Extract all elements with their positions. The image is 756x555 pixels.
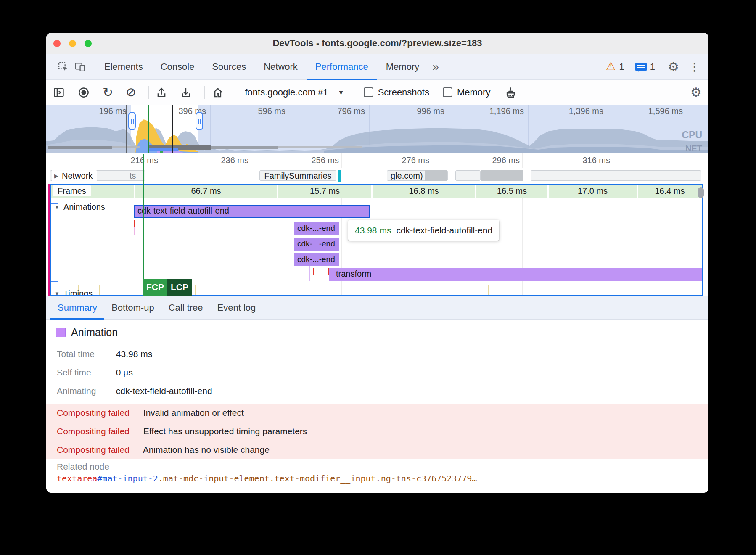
reload-and-record-icon[interactable]: ↻ <box>103 86 113 99</box>
total-time-label: Total time <box>57 349 114 359</box>
screenshots-checkbox[interactable] <box>364 87 373 97</box>
warning-count: 1 <box>619 61 624 72</box>
timing-tick <box>488 285 489 295</box>
fcp-marker-line <box>143 154 144 279</box>
collapse-triangle-icon[interactable]: ▼ <box>54 204 60 210</box>
net-request-bar <box>211 146 278 149</box>
ruler-tick <box>251 153 251 168</box>
animating-value: cdk-text-field-autofill-end <box>116 386 212 396</box>
failure-label: Compositing failed <box>57 422 141 441</box>
node-id[interactable]: #mat-input-2 <box>97 473 158 484</box>
event-tick-pink <box>134 227 135 235</box>
animating-label: Animating <box>57 386 114 396</box>
overview-tick: 196 ms <box>63 106 127 116</box>
upload-profile-icon[interactable] <box>156 87 167 98</box>
collapse-triangle-icon[interactable]: ▼ <box>54 291 60 296</box>
window-title: DevTools - fonts.google.com/?preview.siz… <box>46 33 708 54</box>
selection-handle-right[interactable] <box>196 112 203 130</box>
toggle-sidebar-icon[interactable] <box>53 87 65 98</box>
clear-recording-icon[interactable]: ⊘ <box>126 86 136 98</box>
profile-select-caret-icon[interactable]: ▾ <box>339 88 343 97</box>
failure-row: Compositing failed Animation has no visi… <box>46 441 708 459</box>
collect-garbage-icon[interactable] <box>504 86 516 99</box>
frames-track[interactable]: 66.7 ms 15.7 ms 16.8 ms 16.5 ms 17.0 ms … <box>51 185 702 198</box>
inspect-element-icon[interactable] <box>55 58 71 75</box>
close-window-button[interactable] <box>53 40 61 47</box>
request-transfer-block <box>425 170 447 181</box>
device-toolbar-icon[interactable] <box>71 58 88 75</box>
fcp-badge[interactable]: FCP <box>143 279 167 296</box>
tab-console[interactable]: Console <box>152 54 204 80</box>
failure-row: Compositing failed Effect has unsupporte… <box>46 422 708 441</box>
node-classes[interactable]: .mat-mdc-input-element.text-modifier__in… <box>158 473 477 484</box>
frame-duration: 16.8 ms <box>373 185 475 198</box>
transform-animation-bar[interactable]: transform <box>329 268 702 281</box>
network-track-header[interactable]: ▶ Network <box>52 170 97 182</box>
selection-handle-left[interactable] <box>128 112 136 130</box>
tab-performance[interactable]: Performance <box>307 54 377 80</box>
more-tabs-icon[interactable]: » <box>428 60 443 74</box>
tab-call-tree[interactable]: Call tree <box>161 296 210 320</box>
divider <box>681 86 681 99</box>
lcp-badge[interactable]: LCP <box>167 279 192 296</box>
ruler-label: 276 ms <box>379 156 429 165</box>
memory-label: Memory <box>457 87 490 98</box>
tab-bottom-up[interactable]: Bottom-up <box>104 296 161 320</box>
home-live-metrics-icon[interactable] <box>211 86 224 99</box>
capture-settings-gear-icon[interactable]: ⚙ <box>690 86 702 99</box>
record-icon[interactable] <box>77 86 90 99</box>
animation-bar-selected[interactable]: cdk-text-field-autofill-end <box>134 205 370 218</box>
self-time-row: Self time 0 µs <box>57 367 133 378</box>
ruler-label: 296 ms <box>469 156 520 165</box>
timing-tick <box>195 285 196 295</box>
zoom-window-button[interactable] <box>85 40 92 47</box>
frame-duration: 16.4 ms <box>638 185 702 198</box>
network-request-pill[interactable] <box>531 170 701 181</box>
timings-track-header[interactable]: ▼ Timings <box>54 289 93 296</box>
message-count: 1 <box>650 61 655 72</box>
animation-bar[interactable]: cdk-...-end <box>294 238 339 251</box>
memory-checkbox[interactable] <box>443 87 452 97</box>
animations-track-header[interactable]: ▼ Animations <box>54 202 105 212</box>
ruler-tick <box>341 153 342 168</box>
network-request-pill[interactable] <box>455 170 481 181</box>
profile-select[interactable]: fonts.google.com #1 <box>245 87 328 98</box>
detail-ruler: 216 ms 236 ms 256 ms 276 ms 296 ms 316 m… <box>46 153 708 168</box>
animating-row: Animating cdk-text-field-autofill-end <box>57 386 212 396</box>
total-time-row: Total time 43.98 ms <box>57 349 152 359</box>
request-transfer-block <box>481 170 523 181</box>
ruler-tick <box>522 153 523 168</box>
related-node-link[interactable]: textarea#mat-input-2.mat-mdc-input-eleme… <box>57 473 477 484</box>
ruler-label: 236 ms <box>198 156 248 165</box>
timeline-overview[interactable]: 196 ms 396 ms 596 ms 796 ms 996 ms 1,196… <box>46 105 708 154</box>
tab-event-log[interactable]: Event log <box>210 296 263 320</box>
title-bar: DevTools - fonts.google.com/?preview.siz… <box>46 33 708 54</box>
devtools-settings-gear-icon[interactable]: ⚙ <box>668 61 679 73</box>
memory-checkbox-group[interactable]: Memory <box>443 87 490 98</box>
tab-elements[interactable]: Elements <box>95 54 152 80</box>
warning-icon[interactable]: ⚠ <box>605 61 616 72</box>
tab-sources[interactable]: Sources <box>203 54 255 80</box>
net-request-bar <box>112 146 140 148</box>
failure-reason: Animation has no visible change <box>143 445 270 455</box>
download-profile-icon[interactable] <box>180 87 192 98</box>
issues-message-icon[interactable] <box>635 63 647 71</box>
net-request-bar <box>48 146 112 149</box>
expand-triangle-icon[interactable]: ▶ <box>54 173 58 179</box>
minimize-window-button[interactable] <box>69 40 76 47</box>
screenshots-checkbox-group[interactable]: Screenshots <box>364 87 429 98</box>
failure-row: Compositing failed Invalid animation or … <box>46 404 708 422</box>
ruler-label: 256 ms <box>288 156 339 165</box>
vertical-scrollbar-thumb[interactable] <box>698 187 704 198</box>
tab-network[interactable]: Network <box>255 54 307 80</box>
animation-bar[interactable]: cdk-...-end <box>294 253 339 266</box>
websocket-tick <box>338 170 341 182</box>
tooltip-name: cdk-text-field-autofill-end <box>396 225 492 235</box>
animation-bar[interactable]: cdk-...-end <box>294 222 339 235</box>
devtools-menu-dots-icon[interactable]: ⋮ <box>689 61 700 72</box>
divider <box>237 86 237 99</box>
node-tag[interactable]: textarea <box>57 473 97 484</box>
tab-memory[interactable]: Memory <box>377 54 428 80</box>
tab-summary[interactable]: Summary <box>50 296 104 320</box>
network-request-pill[interactable]: FamilySummaries <box>259 170 336 181</box>
